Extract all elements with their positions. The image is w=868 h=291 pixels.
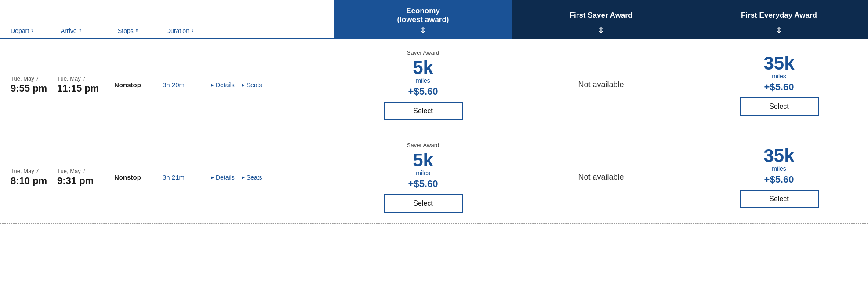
depart-sort-icon: ⇕ bbox=[31, 29, 34, 33]
first-saver-header: First Saver Award ⇕ bbox=[512, 0, 690, 39]
first-everyday-miles-unit-0: miles bbox=[772, 73, 786, 80]
economy-award-header: Economy(lowest award) ⇕ bbox=[334, 0, 512, 39]
economy-sort-icon[interactable]: ⇕ bbox=[420, 26, 426, 39]
flight-duration-0: 3h 20m bbox=[163, 81, 211, 88]
first-everyday-cell-1: 35k miles +$5.60 Select bbox=[690, 142, 868, 213]
arrive-time-0: 11:15 pm bbox=[57, 83, 114, 94]
first-saver-sort-icon[interactable]: ⇕ bbox=[598, 26, 604, 39]
first-everyday-cell-0: 35k miles +$5.60 Select bbox=[690, 50, 868, 120]
economy-fee-1: +$5.60 bbox=[408, 178, 438, 190]
duration-header[interactable]: Duration ⇕ bbox=[163, 27, 224, 34]
arrive-time-1: 9:31 pm bbox=[57, 175, 114, 187]
first-everyday-fee-0: +$5.60 bbox=[764, 81, 794, 93]
economy-select-button-1[interactable]: Select bbox=[384, 194, 463, 213]
seats-link-1[interactable]: Seats bbox=[242, 174, 262, 181]
depart-time-1: 8:10 pm bbox=[11, 175, 57, 187]
arrive-date-1: Tue, May 7 bbox=[57, 168, 114, 174]
flight-links-1: Details Seats bbox=[211, 174, 262, 181]
depart-date-0: Tue, May 7 bbox=[11, 75, 57, 82]
flight-row: Tue, May 7 8:10 pm Tue, May 7 9:31 pm No… bbox=[0, 131, 868, 224]
economy-award-cell-1: Saver Award 5k miles +$5.60 Select bbox=[334, 138, 512, 216]
table-header: Depart ⇕ Arrive ⇕ Stops ⇕ Duration ⇕ Eco… bbox=[0, 0, 868, 39]
duration-sort-icon: ⇕ bbox=[191, 29, 194, 33]
flight-rows: Tue, May 7 9:55 pm Tue, May 7 11:15 pm N… bbox=[0, 39, 868, 224]
flight-arrive-1: Tue, May 7 9:31 pm bbox=[57, 168, 114, 187]
economy-header-title: Economy(lowest award) bbox=[397, 5, 449, 26]
economy-select-button-0[interactable]: Select bbox=[384, 102, 463, 120]
flight-row: Tue, May 7 9:55 pm Tue, May 7 11:15 pm N… bbox=[0, 39, 868, 131]
flight-arrive-0: Tue, May 7 11:15 pm bbox=[57, 75, 114, 94]
first-everyday-fee-1: +$5.60 bbox=[764, 174, 794, 185]
economy-award-label-1: Saver Award bbox=[407, 142, 439, 148]
details-link-1[interactable]: Details bbox=[211, 174, 235, 181]
economy-award-cell-0: Saver Award 5k miles +$5.60 Select bbox=[334, 46, 512, 124]
flight-depart-1: Tue, May 7 8:10 pm bbox=[0, 168, 57, 187]
economy-miles-unit-0: miles bbox=[416, 77, 430, 84]
flight-info-1: Tue, May 7 8:10 pm Tue, May 7 9:31 pm No… bbox=[0, 168, 334, 187]
depart-date-1: Tue, May 7 bbox=[11, 168, 57, 174]
flight-duration-1: 3h 21m bbox=[163, 173, 211, 181]
stops-header[interactable]: Stops ⇕ bbox=[114, 27, 163, 34]
economy-award-label-0: Saver Award bbox=[407, 49, 439, 56]
flight-stops-0: Nonstop bbox=[114, 81, 163, 88]
first-everyday-select-button-1[interactable]: Select bbox=[740, 190, 819, 208]
depart-header[interactable]: Depart ⇕ bbox=[0, 27, 57, 34]
flight-info-header: Depart ⇕ Arrive ⇕ Stops ⇕ Duration ⇕ bbox=[0, 0, 334, 39]
first-saver-header-title: First Saver Award bbox=[570, 5, 633, 26]
flight-links-0: Details Seats bbox=[211, 81, 262, 88]
depart-time-0: 9:55 pm bbox=[11, 83, 57, 94]
first-everyday-sort-icon[interactable]: ⇕ bbox=[776, 26, 782, 39]
first-everyday-select-button-0[interactable]: Select bbox=[740, 97, 819, 116]
flight-stops-1: Nonstop bbox=[114, 173, 163, 181]
economy-fee-0: +$5.60 bbox=[408, 86, 438, 97]
stops-sort-icon: ⇕ bbox=[135, 29, 138, 33]
economy-miles-1: 5k bbox=[413, 151, 433, 169]
arrive-sort-icon: ⇕ bbox=[79, 29, 82, 33]
economy-miles-unit-1: miles bbox=[416, 169, 430, 177]
flight-depart-0: Tue, May 7 9:55 pm bbox=[0, 75, 57, 94]
seats-link-0[interactable]: Seats bbox=[242, 81, 262, 88]
first-everyday-header: First Everyday Award ⇕ bbox=[690, 0, 868, 39]
first-everyday-header-title: First Everyday Award bbox=[741, 5, 817, 26]
arrive-header[interactable]: Arrive ⇕ bbox=[57, 27, 114, 34]
arrive-date-0: Tue, May 7 bbox=[57, 75, 114, 82]
first-saver-not-available-0: Not available bbox=[578, 80, 624, 89]
first-saver-cell-0: Not available bbox=[512, 50, 690, 120]
first-saver-cell-1: Not available bbox=[512, 142, 690, 213]
details-link-0[interactable]: Details bbox=[211, 81, 235, 88]
first-saver-not-available-1: Not available bbox=[578, 173, 624, 182]
first-everyday-miles-unit-1: miles bbox=[772, 165, 786, 172]
economy-miles-0: 5k bbox=[413, 59, 433, 77]
first-everyday-miles-0: 35k bbox=[763, 54, 794, 73]
first-everyday-miles-1: 35k bbox=[763, 147, 794, 165]
flight-info-0: Tue, May 7 9:55 pm Tue, May 7 11:15 pm N… bbox=[0, 75, 334, 94]
